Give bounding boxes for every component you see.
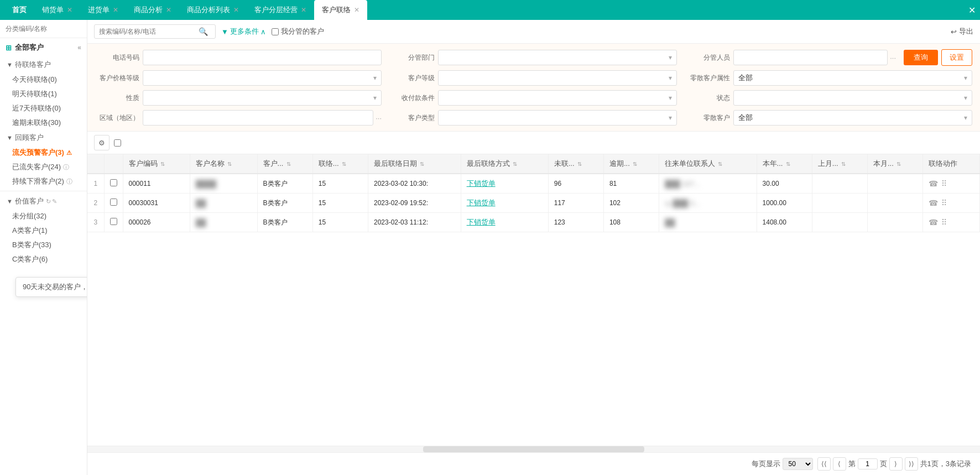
sidebar-search-input[interactable] bbox=[6, 25, 87, 33]
col-actions: 联络动作 bbox=[923, 154, 980, 174]
first-page-btn[interactable]: ⟨⟨ bbox=[817, 457, 831, 471]
grade-select[interactable] bbox=[438, 70, 677, 86]
more-action-icon-1[interactable]: ⠿ bbox=[941, 199, 947, 207]
page-number-input[interactable] bbox=[858, 458, 878, 469]
tab-purchase-close-icon[interactable]: ✕ bbox=[113, 6, 118, 14]
main-search-icon[interactable]: 🔍 bbox=[199, 27, 208, 36]
sidebar-item-today[interactable]: 今天待联络(0) bbox=[0, 72, 87, 87]
tab-purchase[interactable]: 进货单 ✕ bbox=[80, 0, 126, 20]
col-uncontacted[interactable]: 未联... ⇅ bbox=[548, 154, 603, 174]
gender-select[interactable] bbox=[143, 90, 382, 106]
my-customers-checkbox[interactable] bbox=[272, 28, 279, 35]
pending-contact-group[interactable]: ▼ 待联络客户 bbox=[0, 57, 87, 72]
col-code[interactable]: 客户编码 ⇅ bbox=[123, 154, 190, 174]
col-last-method[interactable]: 最后联络方式 ⇅ bbox=[461, 154, 548, 174]
sidebar-item-churn-warning[interactable]: 流失预警客户(3) ⚠ bbox=[0, 145, 87, 160]
table-settings-btn[interactable]: ⚙ bbox=[94, 135, 110, 150]
payment-select[interactable] bbox=[438, 90, 677, 106]
grid-icon: ⊞ bbox=[6, 44, 12, 52]
sidebar-item-tomorrow[interactable]: 明天待联络(1) bbox=[0, 87, 87, 101]
price-grade-select[interactable] bbox=[143, 70, 382, 86]
phone-input[interactable] bbox=[143, 50, 382, 65]
zero-attr-select[interactable]: 全部 bbox=[733, 70, 972, 86]
row-code-1: 00030031 bbox=[123, 194, 190, 213]
row-checkbox-2[interactable] bbox=[104, 213, 123, 232]
collapse-icon[interactable]: « bbox=[77, 44, 81, 51]
edit-icon[interactable]: ✎ bbox=[52, 198, 57, 205]
value-customers-group[interactable]: ▼ 价值客户 ↻ ✎ bbox=[0, 194, 87, 209]
close-all-icon[interactable]: ✕ bbox=[968, 5, 976, 15]
contact-action-icon-2[interactable]: ☎ bbox=[929, 218, 938, 227]
tab-customer-contact[interactable]: 客户联络 ✕ bbox=[314, 0, 367, 20]
total-info: 共1页，3条记录 bbox=[920, 459, 971, 469]
export-btn[interactable]: ↩ 导出 bbox=[951, 27, 973, 36]
person-input[interactable] bbox=[733, 50, 888, 65]
select-all-checkbox[interactable] bbox=[114, 139, 121, 147]
my-customers-filter[interactable]: 我分管的客户 bbox=[272, 27, 324, 36]
tab-customer-segment[interactable]: 客户分层经营 ✕ bbox=[247, 0, 314, 20]
refresh-icon[interactable]: ↻ bbox=[46, 198, 51, 205]
zero-customer-select[interactable]: 全部 bbox=[733, 110, 972, 126]
sidebar-item-overdue[interactable]: 逾期未联络(30) bbox=[0, 116, 87, 130]
sidebar-item-class-a[interactable]: A类客户(1) bbox=[0, 223, 87, 238]
last-page-btn[interactable]: ⟩⟩ bbox=[905, 457, 918, 471]
tab-product-list-close-icon[interactable]: ✕ bbox=[233, 6, 239, 14]
all-customers-section[interactable]: ⊞ 全部客户 « bbox=[0, 38, 87, 57]
prev-page-btn[interactable]: ⟨ bbox=[833, 457, 846, 471]
col-name[interactable]: 客户名称 ⇅ bbox=[190, 154, 258, 174]
settings-btn[interactable]: 设置 bbox=[941, 49, 972, 66]
more-action-icon-2[interactable]: ⠿ bbox=[941, 218, 947, 227]
status-select[interactable] bbox=[733, 90, 972, 106]
col-contacts[interactable]: 往来单位联系人 ⇅ bbox=[659, 154, 757, 174]
contact-action-icon-1[interactable]: ☎ bbox=[929, 199, 938, 207]
tab-home[interactable]: 首页 bbox=[4, 0, 34, 20]
sidebar-item-7days[interactable]: 近7天待联络(0) bbox=[0, 101, 87, 116]
row-this-year-0: 30.00 bbox=[757, 174, 812, 194]
ungrouped-label: 未分组(32) bbox=[12, 211, 46, 221]
tab-purchase-label: 进货单 bbox=[88, 5, 110, 15]
row-last-method-2[interactable]: 下销货单 bbox=[461, 213, 548, 232]
row-last-method-0[interactable]: 下销货单 bbox=[461, 174, 548, 194]
tab-customer-contact-close-icon[interactable]: ✕ bbox=[354, 6, 359, 14]
per-page-select[interactable]: 50 100 200 bbox=[783, 458, 813, 470]
next-page-btn[interactable]: ⟩ bbox=[889, 457, 903, 471]
col-type[interactable]: 客户... ⇅ bbox=[257, 154, 312, 174]
sidebar-item-class-c[interactable]: C类客户(6) bbox=[0, 252, 87, 267]
col-last-date[interactable]: 最后联络日期 ⇅ bbox=[368, 154, 461, 174]
person-more-icon[interactable]: ··· bbox=[890, 54, 896, 62]
tab-product-analysis-close-icon[interactable]: ✕ bbox=[166, 6, 171, 14]
customer-type-select[interactable] bbox=[438, 110, 677, 126]
dept-label: 分管部门 bbox=[390, 53, 435, 62]
table-area[interactable]: 客户编码 ⇅ 客户名称 ⇅ 客户... ⇅ 联络... bbox=[87, 154, 980, 446]
row-this-month-0 bbox=[867, 174, 922, 194]
sidebar-item-class-b[interactable]: B类客户(33) bbox=[0, 238, 87, 252]
tab-customer-segment-close-icon[interactable]: ✕ bbox=[301, 6, 306, 14]
contact-action-icon-0[interactable]: ☎ bbox=[929, 179, 938, 188]
tab-product-analysis[interactable]: 商品分析 ✕ bbox=[126, 0, 179, 20]
col-last-month[interactable]: 上月... ⇅ bbox=[812, 154, 867, 174]
row-last-method-1[interactable]: 下销货单 bbox=[461, 194, 548, 213]
row-checkbox-0[interactable] bbox=[104, 174, 123, 194]
tab-sales-close-icon[interactable]: ✕ bbox=[67, 6, 72, 14]
main-search-input[interactable] bbox=[99, 28, 199, 35]
row-checkbox-1[interactable] bbox=[104, 194, 123, 213]
dept-select[interactable] bbox=[438, 50, 677, 65]
region-input[interactable] bbox=[143, 110, 373, 126]
region-more-icon[interactable]: ··· bbox=[376, 114, 382, 122]
at-risk-group[interactable]: ▼ 回顾客户 bbox=[0, 130, 87, 145]
sidebar-item-ungrouped[interactable]: 未分组(32) bbox=[0, 209, 87, 223]
tab-sales-order[interactable]: 销货单 ✕ bbox=[34, 0, 80, 20]
sidebar-item-churned[interactable]: 已流失客户(24) ⓘ bbox=[0, 160, 87, 174]
col-overdue[interactable]: 逾期... ⇅ bbox=[603, 154, 659, 174]
col-this-month[interactable]: 本月... ⇅ bbox=[867, 154, 922, 174]
tab-product-list[interactable]: 商品分析列表 ✕ bbox=[179, 0, 247, 20]
per-page-wrapper: 每页显示 50 100 200 bbox=[752, 458, 813, 470]
row-overdue-0: 81 bbox=[603, 174, 659, 194]
query-btn[interactable]: 查询 bbox=[904, 50, 938, 65]
col-this-year[interactable]: 本年... ⇅ bbox=[757, 154, 812, 174]
horizontal-scrollbar[interactable] bbox=[87, 446, 980, 452]
more-action-icon-0[interactable]: ⠿ bbox=[941, 179, 947, 188]
more-conditions-btn[interactable]: ▼ 更多条件 ∧ bbox=[221, 27, 266, 36]
col-contact[interactable]: 联络... ⇅ bbox=[312, 154, 368, 174]
sidebar-item-declining[interactable]: 持续下滑客户(2) ⓘ bbox=[0, 174, 87, 189]
